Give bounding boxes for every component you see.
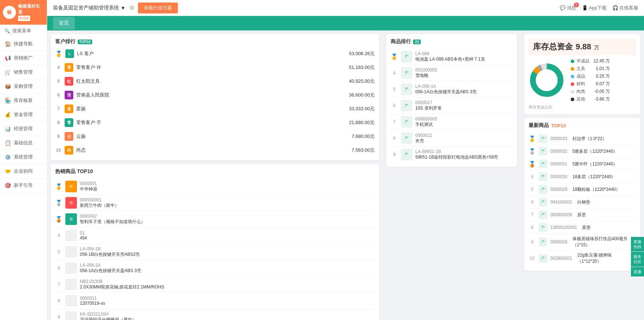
- customer-name-5: 星扬: [76, 106, 346, 112]
- legend-label-1: 半成品: [576, 58, 590, 64]
- hot-img-6: -: [65, 262, 77, 274]
- new-name-1: 封边带（1.0*22）: [572, 136, 636, 142]
- avatar-4: 苦: [65, 91, 73, 99]
- collab-icon: 🤝: [4, 168, 11, 175]
- sidebar-label-system: 系统管理: [14, 154, 33, 160]
- sidebar-label-finance: 资金管理: [14, 111, 33, 118]
- new-name-3: 5厘中纤（1220*2440）: [572, 161, 636, 167]
- sidebar-item-system[interactable]: ⚙️ 系统管理: [0, 150, 47, 164]
- new-img-9: 产: [539, 238, 547, 246]
- hot-name-5: 056-1B白色按键开关壳ABS2壳: [80, 251, 375, 258]
- search-label: 搜索菜单: [12, 28, 31, 34]
- message-btn[interactable]: 💬 消息 6: [560, 5, 576, 11]
- new-code-6: 004100001: [550, 200, 572, 205]
- hot-code-9: KK-SD22110H: [80, 312, 375, 317]
- customer-name-6: 零售客户·于: [76, 119, 346, 126]
- legend-val-2: 1.01 万: [592, 66, 610, 72]
- hot-code-1: 0000001: [80, 181, 375, 186]
- sidebar-item-collab[interactable]: 🤝 企业协同: [0, 164, 47, 179]
- legend-dot-1: [571, 60, 574, 63]
- prod-img-9: 产: [401, 149, 412, 160]
- sidebar-item-basic[interactable]: 📋 基础信息: [0, 136, 47, 150]
- sidebar-logo[interactable]: 畅 畅捷通好生意 标准版: [0, 0, 47, 25]
- online-service-btn[interactable]: 🎧 在线客服: [612, 5, 638, 11]
- legend-banchenpin: 半成品 12.45 万: [571, 58, 610, 64]
- new-code-8: 10000100001: [550, 225, 577, 230]
- sidebar-label-inventory: 库存核算: [14, 97, 33, 104]
- sidebar-item-marketing[interactable]: 📢 营销推广: [0, 51, 47, 65]
- hot-img-2: 图: [65, 197, 77, 209]
- customer-value-8: 7,563.00元: [351, 147, 375, 153]
- sidebar-item-guide[interactable]: 🎯 新手引导: [0, 179, 47, 193]
- float-btn-live[interactable]: 直播: [631, 267, 644, 276]
- search-menu[interactable]: 🔍 搜索菜单: [0, 25, 47, 37]
- prod-rank-4: 4 产 001000002 雪地靴: [391, 65, 513, 81]
- new-name-8: 原垄: [582, 225, 636, 231]
- sidebar-item-purchase[interactable]: 📦 采购管理: [0, 79, 47, 94]
- app-download-btn[interactable]: 📱 App下载: [582, 5, 607, 11]
- home-icon: 🏠: [4, 41, 11, 47]
- hot-rank-4: 4: [55, 233, 62, 238]
- guide-icon: 🎯: [4, 182, 11, 189]
- prod-rank-9: 9 产 LA-59651-1B 59651-1B旋转投影灯电池盒ABS黑色+58…: [391, 147, 513, 163]
- sidebar-item-business[interactable]: 📊 经营管理: [0, 122, 47, 136]
- purchase-icon: 📦: [4, 83, 11, 90]
- system-icon: ⚙️: [4, 154, 11, 160]
- hot-product-3: 🥉 图 0000002 智利车子里（规格不知道填什么）: [55, 211, 375, 227]
- inventory-legend: 半成品 12.45 万 文具 1.01 万 成品 0.25 万: [571, 58, 610, 102]
- sidebar-item-sales[interactable]: 🛒 销售管理: [0, 65, 47, 79]
- prod-img-4: 产: [401, 67, 412, 79]
- rank-item-8: 10 尚 尚态 7,563.00元: [55, 144, 375, 156]
- sidebar-item-finance[interactable]: 💰 资金管理: [0, 108, 47, 122]
- prod-img-1: 产: [401, 51, 412, 62]
- new-code-2: 0000032: [550, 149, 567, 154]
- new-name-2: 5厘多层（1220*2440）: [572, 148, 636, 155]
- new-item-1: 🥇 产 0000033 封边带（1.0*22）: [529, 132, 636, 145]
- hot-product-1: 🥇 图 0000001 中华神器: [55, 179, 375, 195]
- new-code-3: 0000031: [550, 161, 567, 167]
- float-btn-service[interactable]: 客服热线: [631, 237, 644, 252]
- new-item-8: 8 产 10000100001 原垄: [529, 221, 636, 234]
- prod-code-9: LA-59651-1B: [415, 149, 513, 154]
- sidebar-item-quicknav[interactable]: 🏠 快捷导航: [0, 37, 47, 51]
- prod-name-5: 056-1A白色按键开关盖ABS 3壳: [415, 89, 513, 95]
- prod-rank-7: 7 产 000800005 手机测试: [391, 114, 513, 130]
- customer-value-5: 33,333.00元: [349, 106, 375, 112]
- new-img-8: 产: [539, 223, 547, 232]
- prod-code-4: 001000002: [415, 67, 513, 73]
- rank-item-3: 5 红 红太阳文具 40,925.00元: [55, 75, 375, 87]
- new-item-7: 7 产 000800008 原垄: [529, 209, 636, 221]
- hot-code-3: 0000002: [80, 214, 375, 219]
- hot-product-8: 8 - 0000011 12070519-xs: [55, 293, 375, 309]
- hot-name-7: 2.0X30MM双搓花轴,搓花直径2.1MM/ROHS: [80, 284, 375, 290]
- message-badge: 6: [574, 3, 579, 7]
- new-img-1: 产: [539, 134, 547, 143]
- rank-item-5: 7 星 星扬 33,333.00元: [55, 103, 375, 115]
- trial-btn[interactable]: 体验行业方案: [138, 3, 178, 13]
- hot-code-4: 01: [80, 230, 375, 235]
- sidebar-item-inventory[interactable]: 🏪 库存核算: [0, 94, 47, 108]
- float-btn-community[interactable]: 服务社区: [631, 252, 644, 267]
- hot-product-5: 5 - LA-056-1B 056-1B白色按键开关壳ABS2壳: [55, 244, 375, 260]
- new-code-9: 0000028: [550, 239, 567, 245]
- tab-home[interactable]: 首页: [53, 17, 75, 29]
- customer-name-8: 尚态: [76, 147, 349, 153]
- hot-img-5: -: [65, 246, 77, 258]
- inventory-unit: 万: [594, 45, 599, 50]
- legend-other: 其他 -3.86 万: [571, 96, 610, 102]
- avatar-3: 红: [65, 77, 73, 86]
- hot-name-6: 056-1A白色按键开关盖ABS 3壳: [80, 268, 375, 274]
- product-rank-list: 🥇 产 LA-089 电池盖 LA-089 ABS本色+黑种 7.1克 4 产 …: [391, 49, 513, 163]
- inventory-value: 9.88: [576, 42, 591, 51]
- marketing-icon: 📢: [4, 55, 11, 61]
- settings-icon[interactable]: ⚙: [129, 4, 134, 11]
- system-selector[interactable]: 装备及固定资产辅助管理系统 ▼: [53, 5, 126, 11]
- hot-info-9: KK-SD22110H 花语萌恒温分腿睡袋（厚款）: [80, 312, 375, 320]
- prod-img-7: 产: [401, 116, 412, 128]
- hot-code-5: LA-056-1B: [80, 246, 375, 251]
- new-item-4: 4 产 0000030 18多层（1220*2440）: [529, 171, 636, 183]
- hot-rank-2: 🥈: [55, 200, 62, 206]
- hot-name-8: 12070519-xs: [80, 301, 375, 306]
- prod-img-8: 产: [401, 132, 412, 144]
- customer-name-2: 零售客户·许: [76, 64, 346, 71]
